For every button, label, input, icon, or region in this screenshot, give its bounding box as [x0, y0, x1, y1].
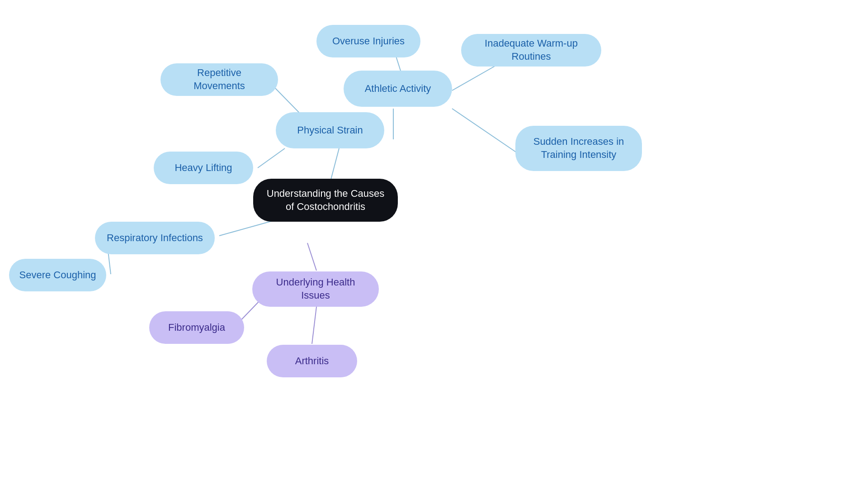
respiratory-infections-node: Respiratory Infections — [95, 222, 215, 254]
overuse-injuries-label: Overuse Injuries — [332, 35, 405, 48]
inadequate-warmup-label: Inadequate Warm-up Routines — [471, 37, 591, 63]
repetitive-movements-node: Repetitive Movements — [160, 63, 278, 96]
athletic-activity-node: Athletic Activity — [344, 71, 452, 107]
svg-line-6 — [452, 109, 520, 155]
inadequate-warmup-node: Inadequate Warm-up Routines — [461, 34, 601, 67]
severe-coughing-node: Severe Coughing — [9, 259, 106, 291]
repetitive-movements-label: Repetitive Movements — [170, 67, 268, 92]
underlying-health-issues-node: Underlying Health Issues — [252, 271, 379, 307]
physical-strain-label: Physical Strain — [297, 124, 363, 137]
center-label: Understanding the Causes of Costochondri… — [263, 187, 388, 213]
arthritis-label: Arthritis — [295, 355, 329, 368]
svg-line-9 — [307, 243, 316, 271]
heavy-lifting-label: Heavy Lifting — [175, 162, 232, 175]
arthritis-node: Arthritis — [267, 345, 357, 377]
sudden-increases-node: Sudden Increases in Training Intensity — [515, 126, 642, 171]
respiratory-infections-label: Respiratory Infections — [107, 232, 203, 245]
underlying-health-issues-label: Underlying Health Issues — [262, 276, 369, 302]
center-node: Understanding the Causes of Costochondri… — [253, 179, 398, 222]
overuse-injuries-node: Overuse Injuries — [316, 25, 420, 57]
athletic-activity-label: Athletic Activity — [365, 82, 431, 95]
svg-line-11 — [312, 307, 316, 344]
sudden-increases-label: Sudden Increases in Training Intensity — [525, 135, 632, 161]
heavy-lifting-node: Heavy Lifting — [154, 152, 253, 184]
physical-strain-node: Physical Strain — [276, 112, 384, 148]
svg-line-2 — [258, 148, 285, 168]
fibromyalgia-node: Fibromyalgia — [149, 311, 244, 344]
fibromyalgia-label: Fibromyalgia — [168, 321, 225, 334]
severe-coughing-label: Severe Coughing — [19, 269, 96, 282]
svg-line-7 — [219, 221, 271, 236]
